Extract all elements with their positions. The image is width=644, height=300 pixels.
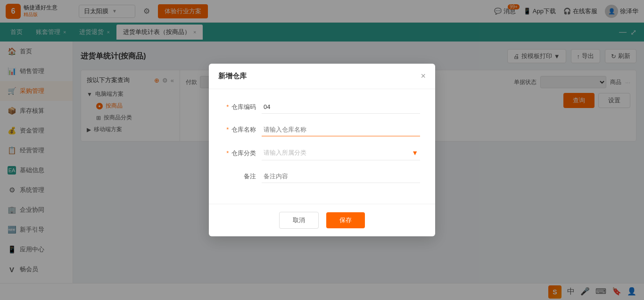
category-dropdown-icon: ▼ bbox=[412, 149, 418, 157]
warehouse-code-input[interactable] bbox=[262, 100, 420, 114]
form-label-remark: 备注 bbox=[224, 172, 262, 181]
modal-close-icon[interactable]: × bbox=[421, 71, 426, 81]
modal-title: 新增仓库 bbox=[218, 72, 247, 81]
modal-header: 新增仓库 × bbox=[209, 64, 435, 89]
save-button[interactable]: 保存 bbox=[326, 212, 365, 228]
add-warehouse-modal: 新增仓库 × * 仓库编码 * 仓库名称 bbox=[209, 64, 435, 236]
modal-overlay[interactable]: 新增仓库 × * 仓库编码 * 仓库名称 bbox=[0, 0, 644, 300]
warehouse-remark-input[interactable] bbox=[262, 170, 420, 183]
cancel-button[interactable]: 取消 bbox=[279, 212, 319, 229]
modal-footer: 取消 保存 bbox=[209, 204, 435, 236]
form-row-remark: 备注 bbox=[224, 170, 420, 183]
warehouse-category-select[interactable]: 请输入所属分类 ▼ bbox=[262, 146, 420, 160]
form-row-name: * 仓库名称 bbox=[224, 123, 420, 136]
form-label-name: * 仓库名称 bbox=[224, 125, 262, 134]
form-label-category: * 仓库分类 bbox=[224, 149, 262, 158]
warehouse-name-input[interactable] bbox=[262, 123, 420, 136]
form-row-code: * 仓库编码 bbox=[224, 100, 420, 114]
form-label-code: * 仓库编码 bbox=[224, 103, 262, 111]
modal-body: * 仓库编码 * 仓库名称 * 仓库分类 请输入所属 bbox=[209, 89, 435, 204]
form-row-category: * 仓库分类 请输入所属分类 ▼ bbox=[224, 146, 420, 160]
